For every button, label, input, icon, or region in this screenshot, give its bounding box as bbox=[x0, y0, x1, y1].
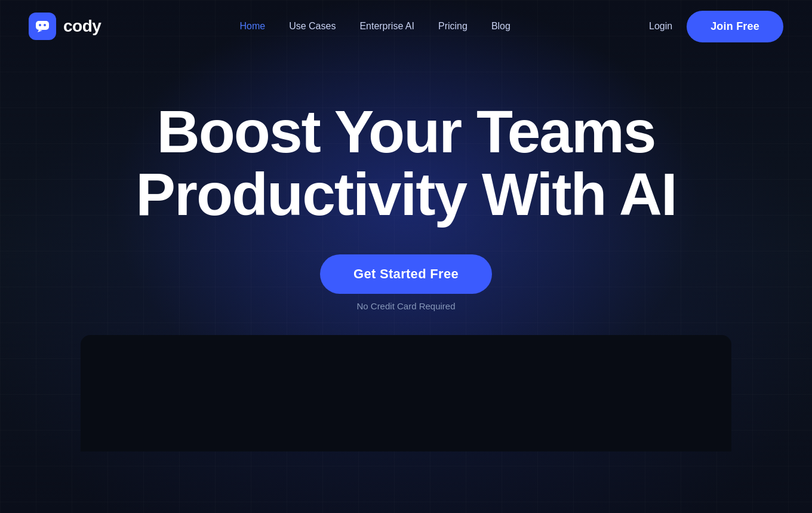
hero-title: Boost Your Teams Productivity With AI bbox=[136, 100, 676, 226]
nav-link-home[interactable]: Home bbox=[239, 21, 265, 31]
get-started-button[interactable]: Get Started Free bbox=[320, 254, 492, 294]
nav-item-blog[interactable]: Blog bbox=[491, 21, 510, 32]
logo-svg bbox=[34, 18, 51, 35]
join-free-button[interactable]: Join Free bbox=[687, 11, 783, 42]
no-credit-text: No Credit Card Required bbox=[356, 301, 455, 311]
nav-link-use-cases[interactable]: Use Cases bbox=[289, 21, 336, 31]
cta-area: Get Started Free No Credit Card Required bbox=[320, 254, 492, 311]
demo-area bbox=[81, 335, 731, 451]
logo-text: cody bbox=[63, 17, 101, 36]
svg-point-1 bbox=[39, 24, 41, 26]
nav-links: Home Use Cases Enterprise AI Pricing Blo… bbox=[239, 21, 510, 32]
nav-item-pricing[interactable]: Pricing bbox=[438, 21, 467, 32]
nav-item-use-cases[interactable]: Use Cases bbox=[289, 21, 336, 32]
nav-right: Login Join Free bbox=[649, 11, 783, 42]
nav-item-enterprise-ai[interactable]: Enterprise AI bbox=[359, 21, 414, 32]
nav-link-enterprise-ai[interactable]: Enterprise AI bbox=[359, 21, 414, 31]
login-link[interactable]: Login bbox=[649, 21, 672, 32]
nav-item-home[interactable]: Home bbox=[239, 21, 265, 32]
svg-point-2 bbox=[44, 24, 46, 26]
hero-title-line1: Boost Your Teams bbox=[157, 98, 656, 165]
logo-link[interactable]: cody bbox=[29, 13, 101, 40]
nav-link-blog[interactable]: Blog bbox=[491, 21, 510, 31]
svg-rect-0 bbox=[36, 21, 49, 30]
hero-title-line2: Productivity With AI bbox=[136, 161, 676, 228]
logo-icon bbox=[29, 13, 56, 40]
nav-link-pricing[interactable]: Pricing bbox=[438, 21, 467, 31]
hero-section: Boost Your Teams Productivity With AI Ge… bbox=[0, 53, 812, 311]
navbar: cody Home Use Cases Enterprise AI Pricin… bbox=[0, 0, 812, 53]
